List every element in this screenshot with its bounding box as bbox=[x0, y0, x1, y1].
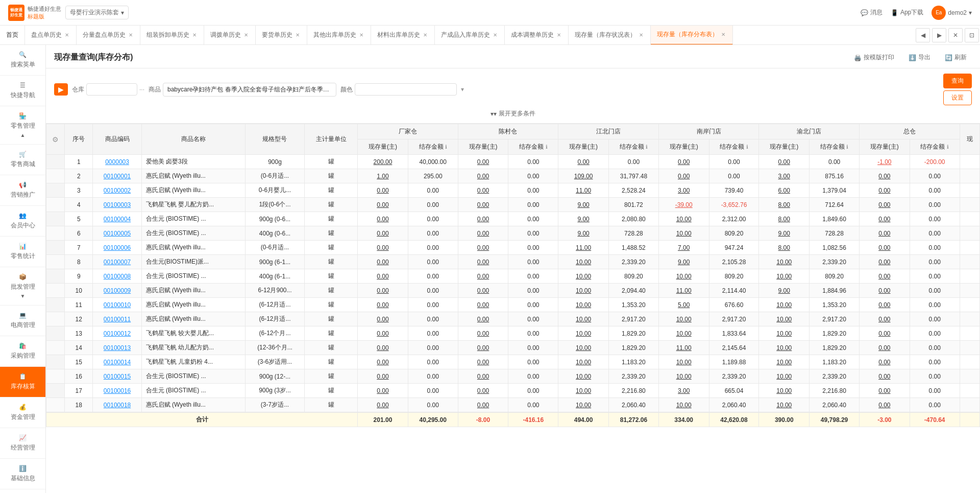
sidebar-item-retail-mgmt[interactable]: 🏪 零售管理 ▲ bbox=[0, 106, 45, 145]
cell-na-stock[interactable]: -39.00 bbox=[658, 198, 709, 212]
cell-code[interactable]: 00100013 bbox=[93, 341, 141, 355]
sidebar-item-wholesale[interactable]: 📦 批发管理 ▼ bbox=[0, 267, 45, 306]
cell-f-stock[interactable]: 0.00 bbox=[358, 312, 408, 326]
tab-close-2[interactable]: ✕ bbox=[128, 31, 134, 39]
cell-c-stock[interactable]: 0.00 bbox=[458, 198, 508, 212]
sidebar-item-search[interactable]: 🔍 搜索英单 bbox=[0, 45, 45, 76]
app-download-btn[interactable]: 📱 App下载 bbox=[891, 8, 923, 17]
cell-yb-stock[interactable]: 10.00 bbox=[759, 341, 810, 355]
cell-na-stock[interactable]: 5.00 bbox=[658, 298, 709, 312]
cell-f-stock[interactable]: 0.00 bbox=[358, 255, 408, 269]
cell-yb-stock[interactable]: 6.00 bbox=[759, 183, 810, 198]
cell-c-stock[interactable]: 0.00 bbox=[458, 384, 508, 398]
cell-code[interactable]: 00100015 bbox=[93, 369, 141, 384]
cell-na-stock[interactable]: 3.00 bbox=[658, 183, 709, 198]
cell-code[interactable]: 00100014 bbox=[93, 355, 141, 369]
cell-jb-stock[interactable]: 10.00 bbox=[558, 255, 609, 269]
tab-close-10[interactable]: ✕ bbox=[638, 31, 644, 39]
tab-prev-btn[interactable]: ◀ bbox=[916, 28, 930, 42]
cell-na-stock[interactable]: 10.00 bbox=[658, 226, 709, 241]
sidebar-item-retail-stats[interactable]: 📊 零售统计 bbox=[0, 237, 45, 267]
cell-yb-stock[interactable]: 9.00 bbox=[759, 284, 810, 298]
cell-c-stock[interactable]: 0.00 bbox=[458, 341, 508, 355]
cell-code[interactable]: 00100007 bbox=[93, 255, 141, 269]
cell-t-stock[interactable]: 0.00 bbox=[859, 298, 910, 312]
cell-c-stock[interactable]: 0.00 bbox=[458, 155, 508, 169]
industry-selector[interactable]: 母婴行业演示陈套 ▾ bbox=[65, 6, 129, 19]
tab-home[interactable]: 首页 bbox=[0, 26, 25, 45]
cell-t-stock[interactable]: 0.00 bbox=[859, 241, 910, 255]
cell-t-stock[interactable]: 0.00 bbox=[859, 312, 910, 326]
cell-t-stock[interactable]: 0.00 bbox=[859, 355, 910, 369]
cell-c-stock[interactable]: 0.00 bbox=[458, 398, 508, 413]
print-btn[interactable]: 🖨️ 按模版打印 bbox=[849, 51, 899, 64]
tab-3[interactable]: 组装拆卸单历史 ✕ bbox=[140, 26, 204, 45]
tab-close-4[interactable]: ✕ bbox=[243, 31, 249, 39]
cell-jb-stock[interactable]: 9.00 bbox=[558, 212, 609, 226]
sidebar-item-retail-mall[interactable]: 🛒 零售商城 bbox=[0, 145, 45, 175]
cell-yb-stock[interactable]: 0.00 bbox=[759, 155, 810, 169]
cell-jb-stock[interactable]: 10.00 bbox=[558, 369, 609, 384]
cell-t-stock[interactable]: 0.00 bbox=[859, 183, 910, 198]
message-btn[interactable]: 💬 消息 bbox=[861, 8, 883, 17]
cell-jb-stock[interactable]: 10.00 bbox=[558, 298, 609, 312]
tab-close-11[interactable]: ✕ bbox=[720, 31, 726, 38]
cell-code[interactable]: 00100012 bbox=[93, 326, 141, 341]
tab-10[interactable]: 现存量（库存状况表） ✕ bbox=[569, 26, 651, 45]
cell-jb-stock[interactable]: 10.00 bbox=[558, 284, 609, 298]
cell-yb-stock[interactable]: 10.00 bbox=[759, 398, 810, 413]
cell-code[interactable]: 00100002 bbox=[93, 183, 141, 198]
cell-t-stock[interactable]: 0.00 bbox=[859, 169, 910, 183]
sidebar-item-purchase[interactable]: 🛍️ 采购管理 bbox=[0, 336, 45, 367]
tab-close-9[interactable]: ✕ bbox=[556, 31, 562, 39]
tab-6[interactable]: 其他出库单历史 ✕ bbox=[307, 26, 371, 45]
sidebar-item-finance[interactable]: 💰 资金管理 bbox=[0, 397, 45, 428]
cell-na-stock[interactable]: 0.00 bbox=[658, 169, 709, 183]
tab-menu-btn[interactable]: ⊡ bbox=[965, 28, 979, 42]
cell-jb-stock[interactable]: 10.00 bbox=[558, 355, 609, 369]
tab-close-3[interactable]: ✕ bbox=[191, 31, 198, 39]
cell-code[interactable]: 00100011 bbox=[93, 312, 141, 326]
cell-t-stock[interactable]: -1.00 bbox=[859, 155, 910, 169]
cell-c-stock[interactable]: 0.00 bbox=[458, 326, 508, 341]
cell-c-stock[interactable]: 0.00 bbox=[458, 241, 508, 255]
cell-yb-stock[interactable]: 8.00 bbox=[759, 212, 810, 226]
cell-f-stock[interactable]: 0.00 bbox=[358, 369, 408, 384]
cell-f-stock[interactable]: 0.00 bbox=[358, 284, 408, 298]
cell-f-stock[interactable]: 0.00 bbox=[358, 183, 408, 198]
query-btn[interactable]: 查询 bbox=[943, 74, 972, 88]
cell-na-stock[interactable]: 9.00 bbox=[658, 255, 709, 269]
tab-2[interactable]: 分量盘点单历史 ✕ bbox=[77, 26, 140, 45]
product-input-container[interactable]: babycare孕妇待产包 春季入院全套母子组合孕妇产后冬季月子用品 22件套 … bbox=[163, 83, 336, 97]
cell-na-stock[interactable]: 10.00 bbox=[658, 355, 709, 369]
cell-jb-stock[interactable]: 9.00 bbox=[558, 226, 609, 241]
cell-jb-stock[interactable]: 10.00 bbox=[558, 341, 609, 355]
cell-c-stock[interactable]: 0.00 bbox=[458, 312, 508, 326]
cell-t-stock[interactable]: 0.00 bbox=[859, 198, 910, 212]
sidebar-item-member[interactable]: 👥 会员中心 bbox=[0, 206, 45, 237]
tab-11[interactable]: 现存量（库存分布表） ✕ bbox=[651, 26, 733, 45]
cell-na-stock[interactable]: 0.00 bbox=[658, 155, 709, 169]
cell-t-stock[interactable]: 0.00 bbox=[859, 341, 910, 355]
cell-t-stock[interactable]: 0.00 bbox=[859, 398, 910, 413]
cell-c-stock[interactable]: 0.00 bbox=[458, 355, 508, 369]
cell-f-stock[interactable]: 200.00 bbox=[358, 155, 408, 169]
cell-na-stock[interactable]: 7.00 bbox=[658, 241, 709, 255]
cell-c-stock[interactable]: 0.00 bbox=[458, 183, 508, 198]
tab-close-1[interactable]: ✕ bbox=[64, 31, 70, 39]
cell-jb-stock[interactable]: 11.00 bbox=[558, 241, 609, 255]
cell-na-stock[interactable]: 10.00 bbox=[658, 369, 709, 384]
tab-1[interactable]: 盘点单历史 ✕ bbox=[25, 26, 77, 45]
user-menu[interactable]: Ea demo2 ▾ bbox=[932, 6, 972, 20]
tab-9[interactable]: 成本调整单历史 ✕ bbox=[505, 26, 569, 45]
cell-jb-stock[interactable]: 0.00 bbox=[558, 155, 609, 169]
cell-code[interactable]: 00100008 bbox=[93, 269, 141, 284]
sidebar-item-inventory[interactable]: 📋 库存核算 bbox=[0, 367, 45, 397]
cell-c-stock[interactable]: 0.00 bbox=[458, 269, 508, 284]
cell-yb-stock[interactable]: 10.00 bbox=[759, 269, 810, 284]
cell-code[interactable]: 00100004 bbox=[93, 212, 141, 226]
tab-close-5[interactable]: ✕ bbox=[295, 31, 301, 39]
cell-c-stock[interactable]: 0.00 bbox=[458, 298, 508, 312]
cell-yb-stock[interactable]: 10.00 bbox=[759, 369, 810, 384]
cell-jb-stock[interactable]: 10.00 bbox=[558, 398, 609, 413]
